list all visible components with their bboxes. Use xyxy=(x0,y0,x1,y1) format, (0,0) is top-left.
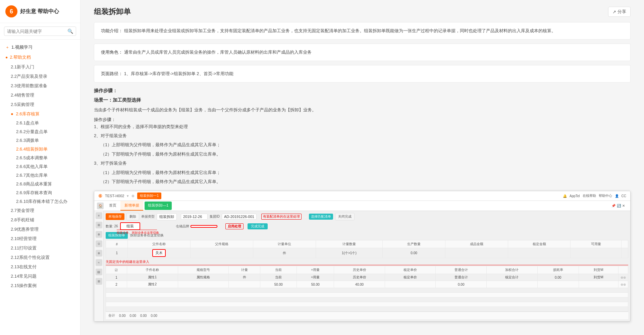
mock-type-toggle[interactable]: 组装 xyxy=(120,222,140,230)
func-intro-label: 功能介绍： xyxy=(101,28,123,33)
sidebar-item-2-5[interactable]: 2.5采购管理 xyxy=(0,100,80,109)
sidebar-item-2-6-3[interactable]: 2.6.3调拨单 xyxy=(0,136,80,145)
sidebar-item-2-6[interactable]: ● 2.6库存核算 xyxy=(0,109,80,119)
search-input[interactable] xyxy=(7,29,67,34)
content-header: 组装拆卸单 ↗ 分享 xyxy=(80,0,644,22)
sidebar-item-2-6-9[interactable]: 2.6.9库存账本查询 xyxy=(0,188,80,197)
sidebar-item-2-6-4[interactable]: 2.6.4组装拆卸单 xyxy=(0,145,80,154)
mock-bcol-name: 子件名称 xyxy=(127,266,178,274)
mock-close-tab-icon[interactable]: ✕ xyxy=(622,204,625,208)
mock-icon-pin: 📌 xyxy=(611,204,615,208)
mock-icon-8[interactable]: ⊞ xyxy=(96,278,102,285)
sidebar-item-2-6-2[interactable]: 2.6.2分量盘点单 xyxy=(0,127,80,136)
sidebar-item-2-13[interactable]: 2.13在线支付 xyxy=(0,262,80,272)
mock-sub-form-row: 数量: 26 组装 组装业务、拆卸业务在这里切换 仓储品牌 启用处理 xyxy=(106,222,628,230)
sidebar-section-1-label: 1.视频学习 xyxy=(11,44,33,50)
mock-footer: 合计 0.00 0.00 0.00 0.00 xyxy=(106,312,628,319)
mock-home-icon[interactable]: 🏠 xyxy=(97,203,104,209)
sidebar-item-2-10[interactable]: 2.10经营管理 xyxy=(0,234,80,243)
sidebar-item-2-2[interactable]: 2.2产品安装及登录 xyxy=(0,72,80,81)
mock-cell-1-3 xyxy=(191,248,253,258)
sidebar-item-2-8[interactable]: 2.8手机旺铺 xyxy=(0,215,80,225)
search-area: 🔍 xyxy=(0,23,80,40)
mock-warehouse-label: 仓储品牌 xyxy=(176,224,189,229)
mock-close-done-btn[interactable]: 关闭完成 xyxy=(335,213,355,220)
scene1-desc: 当由多个子件材料组装成一个成品的业务为【组装】业务，当由一个父件拆分成多个子产品… xyxy=(94,106,631,114)
row-ops-icon[interactable]: ⊕⊗ xyxy=(621,276,626,279)
mock-icon-1[interactable]: ≡ xyxy=(96,212,102,219)
table-row xyxy=(106,307,628,312)
mock-orange-btn-top[interactable]: 组装拆卸一1 xyxy=(137,192,161,199)
share-button[interactable]: ↗ 分享 xyxy=(608,7,631,17)
mock-icon-5[interactable]: ⊗ xyxy=(96,250,102,257)
mock-icon-7[interactable]: ▤ xyxy=(96,269,102,275)
mock-doc-type-value[interactable]: 组装拆卸 xyxy=(157,213,177,220)
mock-footer-v4: 0.00 xyxy=(151,314,157,318)
table-row xyxy=(106,293,628,297)
sidebar-item-2-1[interactable]: 2.1新手入门 xyxy=(0,62,80,72)
sidebar-item-2-6-1[interactable]: 2.6.1盘点单 xyxy=(0,119,80,127)
share-icon: ↗ xyxy=(612,9,616,14)
mock-help-center: 帮助中心 xyxy=(599,193,612,198)
mock-select-bom-btn[interactable]: 选择匹配清单 xyxy=(309,214,333,220)
annotation-bom-process: 有装配清单的在这里处理 xyxy=(261,214,302,220)
mock-bell-icon: 🔔 xyxy=(563,194,567,198)
mock-qty-label: 数量: 26 xyxy=(106,224,118,229)
mock-bcol-usage: +用量 xyxy=(297,266,334,274)
scene1-title: 场景一：加工类型选择 xyxy=(94,97,631,103)
plus-icon: ＋ xyxy=(5,45,9,50)
sidebar-item-2-14[interactable]: 2.14常见问题 xyxy=(0,272,80,281)
mock-top-table-wrap: # 父件名称 父件规格 计量单位 计量数量 生产数量 成品金额 核定金额 可用量 xyxy=(106,240,628,258)
sidebar-item-2-4[interactable]: 2.4销售管理 xyxy=(0,91,80,100)
mock-col-unit: 计量单位 xyxy=(253,240,316,248)
mock-save-btn[interactable]: 本地保存 xyxy=(106,213,124,220)
table-row xyxy=(106,302,628,307)
sidebar-item-video[interactable]: ＋ 1.视频学习 xyxy=(0,42,80,52)
mock-bcol-check: ☑ xyxy=(106,266,127,274)
main-content: 组装拆卸单 ↗ 分享 功能介绍： 组装拆卸单用来处理企业组装或拆卸等加工业务，支… xyxy=(80,0,644,335)
ops-title: 操作步骤： xyxy=(94,88,631,94)
step-2: 2、对于组装业务 xyxy=(94,132,631,139)
sidebar-item-2-9[interactable]: 2.9优惠券管理 xyxy=(0,225,80,234)
mock-delete-btn[interactable]: 删除 xyxy=(126,213,139,220)
sidebar-item-2-3[interactable]: 2.3使用前数据准备 xyxy=(0,81,80,91)
mock-bcol-app-price: 核定单价 xyxy=(385,266,436,274)
mock-top-bar-left: ⑥ TEST-H002 ▾ ⚙ 组装拆卸一1 xyxy=(98,192,161,199)
mock-warehouse-input[interactable] xyxy=(191,225,217,228)
logo-icon: 6 xyxy=(5,5,17,17)
sidebar-item-2-6-8[interactable]: 2.6.8商品成本重算 xyxy=(0,180,80,188)
row-ops-icon-2[interactable]: ⊕⊗ xyxy=(621,283,626,286)
table-row: 1 关木 件 1(个>1个) 0.00 xyxy=(106,248,628,258)
mock-warehouse-field-wrap: 组装 组装业务、拆卸业务在这里切换 xyxy=(120,222,140,230)
mock-bcol-arr: 到货M xyxy=(579,266,618,274)
path-label: 页面路径： xyxy=(101,71,123,76)
sidebar-item-2-6-7[interactable]: 2.6.7其他出库单 xyxy=(0,171,80,180)
mock-tab-new[interactable]: 新增单据 xyxy=(120,201,143,211)
step-2-sub-2: （2）下部明细为子件明细，最终作为原材料生成其它出库单。 xyxy=(94,150,631,158)
mock-col-num: # xyxy=(106,240,128,248)
mock-tab-assembly[interactable]: 组装拆卸—1 xyxy=(145,202,172,210)
mock-icon-6[interactable]: ≈ xyxy=(96,259,102,266)
mock-tab-home[interactable]: 首页 xyxy=(105,201,120,211)
mock-parent-name-input[interactable]: 关木 xyxy=(152,249,166,257)
func-intro-text: 组装拆卸单用来处理企业组装或拆卸等加工业务，支持有固定装配清单的产品加工业务，也… xyxy=(124,28,556,33)
mock-id-value[interactable]: AD-20191226-001 xyxy=(222,214,257,220)
sidebar-item-docs[interactable]: ● 2.帮助文档 xyxy=(0,52,80,62)
sidebar-item-2-12[interactable]: 2.12系统个性化设置 xyxy=(0,253,80,262)
mock-icon-3[interactable]: ⊕ xyxy=(96,231,102,238)
sidebar-item-2-6-5[interactable]: 2.6.5成本调整单 xyxy=(0,154,80,162)
sidebar-item-2-6-6[interactable]: 2.6.6其他入库单 xyxy=(0,162,80,171)
mock-date-value[interactable]: 2019-12-26 xyxy=(181,214,208,220)
sidebar-item-2-6-10[interactable]: 2.6.10库存账本错了怎么办 xyxy=(0,197,80,206)
mock-cell-1-ops xyxy=(622,248,628,258)
sidebar-sub-list: 2.1新手入门 2.2产品安装及登录 2.3使用前数据准备 2.4销售管理 2.… xyxy=(0,62,80,290)
mock-icon-4[interactable]: ⊙ xyxy=(96,240,102,247)
mock-footer-v2: 0.00 xyxy=(129,314,136,318)
sidebar-item-2-11[interactable]: 2.11打印设置 xyxy=(0,243,80,253)
sidebar-item-2-15[interactable]: 2.15操作案例 xyxy=(0,281,80,290)
search-icon[interactable]: 🔍 xyxy=(67,29,73,34)
mock-icon-2[interactable]: ⊞ xyxy=(96,222,102,228)
mock-finish-btn[interactable]: 完成完成 xyxy=(248,223,268,229)
role-label: 使用角色： xyxy=(101,50,123,55)
sidebar-item-2-7[interactable]: 2.7资金管理 xyxy=(0,206,80,215)
